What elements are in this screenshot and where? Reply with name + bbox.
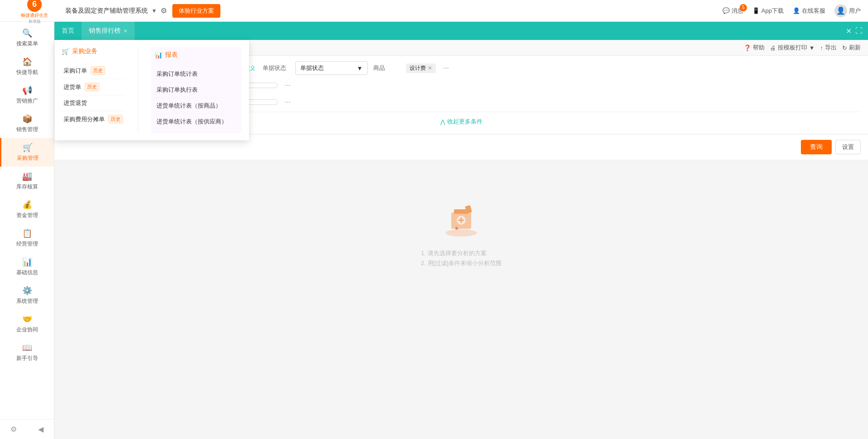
print-btn[interactable]: 🖨 按模板打印 ▼ — [770, 44, 815, 52]
menu-item-return-goods[interactable]: 进货退货 — [62, 95, 125, 111]
sidebar-item-quicknav[interactable]: 🏠 快捷导航 — [0, 52, 54, 81]
empty-state: 请先选择要分析的方案 用[过滤]条件来缩小分析范围 — [54, 160, 868, 306]
messages-badge: 5 — [740, 4, 747, 11]
sidebar-settings-btn[interactable]: ⚙ — [10, 425, 17, 434]
bill-status-select[interactable]: 单据状态 ▼ — [295, 61, 368, 75]
system-icon: ⚙️ — [22, 286, 32, 296]
logo-icon: 6 — [27, 0, 42, 12]
goods-tag-text: 设计费 — [410, 64, 426, 72]
guide-icon: 📖 — [22, 343, 32, 353]
salesperson-dots-btn[interactable]: ··· — [283, 81, 293, 89]
customer-dots-btn[interactable]: ··· — [283, 98, 293, 106]
export-label: 导出 — [825, 44, 837, 52]
refresh-icon: ↻ — [842, 44, 847, 51]
help-icon: ❓ — [744, 44, 751, 51]
inbound-history-tag: 历史 — [85, 83, 99, 91]
sidebar-label-sales: 销售管理 — [16, 126, 38, 133]
top-settings-icon[interactable]: ⚙ — [161, 6, 167, 15]
svg-point-0 — [445, 229, 477, 237]
operation-icon: 📋 — [22, 228, 32, 238]
search-icon: 🔍 — [22, 28, 32, 38]
purchase-expense-label: 采购费用分摊单 — [63, 115, 105, 123]
goods-dots-btn[interactable]: ··· — [441, 64, 451, 72]
purchase-section-icon: 🛒 — [62, 48, 69, 55]
user-btn[interactable]: 👤 用户 — [834, 5, 861, 17]
sidebar-label-system: 系统管理 — [16, 297, 38, 305]
inbound-label: 进货单 — [63, 83, 81, 91]
sidebar-item-system[interactable]: ⚙️ 系统管理 — [0, 281, 54, 310]
trial-btn[interactable]: 体验行业方案 — [172, 4, 220, 18]
sidebar-item-marketing[interactable]: 📢 营销推广 — [0, 81, 54, 109]
brand-name: 畅捷通好生意 — [21, 12, 48, 19]
tab-maximize-btn[interactable]: ⛶ — [855, 27, 863, 35]
refresh-label: 刷新 — [849, 44, 861, 52]
collapse-icon: ⋀ — [440, 118, 445, 125]
system-dropdown-btn[interactable]: ▼ — [151, 8, 157, 14]
export-btn[interactable]: ↑ 导出 — [820, 44, 837, 52]
sidebar-item-inventory[interactable]: 🏭 库存核算 — [0, 167, 54, 195]
sidebar-bottom: ⚙ ◀ — [0, 419, 54, 439]
finance-icon: 💰 — [22, 200, 32, 210]
bill-status-value: 单据状态 — [300, 64, 324, 72]
sidebar-label-finance: 资金管理 — [16, 212, 38, 219]
sidebar-item-operation[interactable]: 📋 经营管理 — [0, 224, 54, 252]
online-service-label: 在线客服 — [802, 7, 825, 15]
system-title-text: 装备及固定资产辅助管理系统 — [65, 7, 148, 15]
app-download-btn[interactable]: 📱 App下载 — [752, 7, 784, 15]
goods-tag-remove[interactable]: ✕ — [428, 65, 432, 71]
collapse-label: 收起更多条件 — [447, 118, 483, 126]
tab-close-icon[interactable]: ✕ — [123, 28, 127, 34]
menu-item-purchase-order[interactable]: 采购订单 历史 — [62, 63, 125, 79]
help-btn[interactable]: ❓ 帮助 — [744, 44, 765, 52]
collapse-filter-btn[interactable]: ⋀ 收起更多条件 — [440, 115, 483, 128]
refresh-btn[interactable]: ↻ 刷新 — [842, 44, 861, 52]
service-icon: 👤 — [793, 7, 800, 14]
purchase-section-title: 🛒 采购业务 — [62, 47, 125, 58]
purchase-section: 🛒 采购业务 采购订单 历史 进货单 历史 进货退货 采购费用分摊单 历史 — [62, 47, 125, 133]
sidebar-label-guide: 新手引导 — [16, 355, 38, 362]
report-section-label: 报表 — [165, 51, 178, 59]
settings-btn[interactable]: 设置 — [835, 140, 861, 154]
menu-item-inbound-stat-goods[interactable]: 进货单统计表（按商品） — [155, 98, 238, 114]
purchase-section-label: 采购业务 — [72, 47, 98, 55]
sidebar-label-search: 搜索菜单 — [16, 40, 38, 48]
tab-sales-rank-label: 销售排行榜 — [89, 27, 121, 35]
sidebar-label-purchase: 采购管理 — [17, 154, 39, 162]
user-label: 用户 — [849, 7, 861, 15]
sidebar-item-basic[interactable]: 📊 基础信息 — [0, 252, 54, 281]
marketing-icon: 📢 — [22, 85, 32, 95]
system-title: 装备及固定资产辅助管理系统 ▼ — [65, 7, 157, 15]
avatar: 👤 — [834, 5, 847, 17]
menu-item-purchase-order-stat[interactable]: 采购订单统计表 — [155, 66, 238, 82]
menu-item-purchase-expense[interactable]: 采购费用分摊单 历史 — [62, 111, 125, 127]
sidebar-collapse-btn[interactable]: ◀ — [38, 425, 44, 434]
basic-icon: 📊 — [22, 257, 32, 267]
tab-home-label: 首页 — [62, 27, 74, 35]
menu-item-inbound[interactable]: 进货单 历史 — [62, 79, 125, 95]
purchase-dropdown-menu: 🛒 采购业务 采购订单 历史 进货单 历史 进货退货 采购费用分摊单 历史 📊 … — [54, 40, 249, 140]
tab-home[interactable]: 首页 — [54, 22, 82, 40]
sidebar-item-finance[interactable]: 💰 资金管理 — [0, 195, 54, 224]
print-dropdown-icon: ▼ — [809, 44, 815, 51]
report-section-title: 📊 报表 — [155, 51, 238, 62]
nav-tabs-bar: 首页 销售排行榜 ✕ ✕ ⛶ — [54, 22, 868, 40]
sidebar-item-guide[interactable]: 📖 新手引导 — [0, 338, 54, 367]
messages-btn[interactable]: 💬 消息 5 — [722, 7, 743, 15]
sidebar-label-operation: 经营管理 — [16, 240, 38, 248]
tab-close-btn[interactable]: ✕ — [846, 27, 852, 35]
tab-sales-rank[interactable]: 销售排行榜 ✕ — [82, 22, 135, 40]
menu-item-inbound-stat-supplier[interactable]: 进货单统计表（按供应商） — [155, 114, 238, 129]
sidebar: 🔍 搜索菜单 🏠 快捷导航 📢 营销推广 📦 销售管理 🛒 采购管理 🏭 库存核… — [0, 0, 54, 439]
query-btn[interactable]: 查询 — [801, 140, 832, 154]
sidebar-item-purchase[interactable]: 🛒 采购管理 — [0, 138, 54, 167]
online-service-btn[interactable]: 👤 在线客服 — [793, 7, 825, 15]
sidebar-item-sales[interactable]: 📦 销售管理 — [0, 109, 54, 138]
sidebar-item-enterprise[interactable]: 🤝 企业协同 — [0, 310, 54, 338]
bill-status-label: 单据状态 — [263, 64, 290, 72]
bill-status-dropdown-icon: ▼ — [357, 65, 363, 72]
goods-tag: 设计费 ✕ — [406, 64, 436, 73]
sidebar-item-search[interactable]: 🔍 搜索菜单 — [0, 24, 54, 52]
return-goods-label: 进货退货 — [63, 99, 87, 107]
menu-item-purchase-order-exec[interactable]: 采购订单执行表 — [155, 82, 238, 98]
home-icon: 🏠 — [22, 57, 32, 67]
